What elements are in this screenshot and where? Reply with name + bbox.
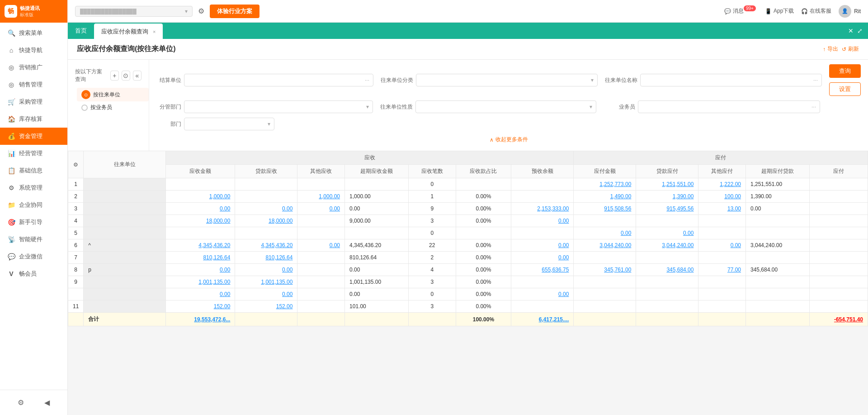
footer-empty3 <box>297 313 345 326</box>
settings-footer-icon[interactable]: ⚙ <box>18 398 24 407</box>
member-icon: V <box>7 270 15 277</box>
row-name <box>84 191 166 203</box>
sidebar-item-purchase[interactable]: 🛒 采购管理 <box>0 93 67 110</box>
sidebar-menu: 🔍 搜索菜单 ⌂ 快捷导航 ◎ 营销推广 ◎ 销售管理 🛒 采购管理 🏠 库存核… <box>0 23 67 390</box>
settlement-dots-icon: ··· <box>365 77 369 83</box>
salesman-input[interactable]: ··· <box>638 100 820 113</box>
sidebar-item-enterprise[interactable]: 📁 企业协同 <box>0 196 67 214</box>
sidebar-item-finance[interactable]: 💰 资金管理 <box>0 128 67 145</box>
dept-label: 分管部门 <box>156 103 181 111</box>
data-table-wrapper: ⚙ 往来单位 应收 应付 应收金额 贷款应收 其他应收 超期应收金额 应收笔数 … <box>68 151 868 326</box>
sidebar-footer: ⚙ ◀ <box>0 390 67 415</box>
filter-group-subdept: 部门 ▾ <box>156 118 274 130</box>
user-area[interactable]: 👤 Rit <box>839 5 861 18</box>
page-title: 应收应付余额查询(按往来单位) <box>77 44 176 54</box>
tabs-controls: ✕ ⤢ <box>848 27 868 34</box>
filter-container: 按以下方案查询 + ⊙ « ⊙ 按往来单位 按业务员 <box>68 60 868 151</box>
wechat-icon: 💬 <box>7 253 15 260</box>
sidebar-item-guide[interactable]: 🎯 新手引导 <box>0 214 67 231</box>
th-prepay: 预收余额 <box>511 165 574 178</box>
filter-group-name: 往来单位名称 ··· <box>605 74 822 86</box>
promo-button[interactable]: 体验行业方案 <box>210 5 259 18</box>
tab-active[interactable]: 应收应付余额查询 × <box>94 24 163 40</box>
th-ap-end: 应付 <box>809 165 868 178</box>
avatar: 👤 <box>839 5 851 18</box>
row-number: 9 <box>68 276 84 288</box>
name-input[interactable]: ··· <box>640 74 822 86</box>
url-bar[interactable]: ████████████████ ▾ <box>75 6 193 17</box>
sidebar-item-sales[interactable]: ◎ 销售管理 <box>0 76 67 93</box>
sidebar: 畅 畅捷通讯 标准版 🔍 搜索菜单 ⌂ 快捷导航 ◎ 营销推广 ◎ 销售管理 🛒… <box>0 0 68 415</box>
th-unit: 往来单位 <box>84 151 166 178</box>
footer-ar-total[interactable]: 19,553,472,6... <box>166 313 235 326</box>
filter-settings-button[interactable]: ⊙ <box>122 71 130 81</box>
guide-icon: 🎯 <box>7 219 15 226</box>
tab-close-window-icon[interactable]: ✕ <box>848 27 854 34</box>
tab-close-icon[interactable]: × <box>153 29 156 34</box>
filter-group-category: 往来单位分类 ▾ <box>381 74 598 86</box>
table-row: 6^4,345,436.204,345,436.200.004,345,436.… <box>68 239 868 252</box>
category-input[interactable]: ▾ <box>416 74 598 86</box>
sidebar-item-marketing[interactable]: ◎ 营销推广 <box>0 59 67 76</box>
collapse-button[interactable]: ∧ 收起更多条件 <box>490 136 528 143</box>
footer-ap-total[interactable]: -654,751.40 <box>809 313 868 326</box>
url-dropdown-icon[interactable]: ▾ <box>185 8 188 14</box>
settlement-input[interactable]: ··· <box>184 74 373 86</box>
tab-home[interactable]: 首页 <box>68 23 94 39</box>
salesman-dots-icon: ··· <box>811 104 816 110</box>
sidebar-item-basic[interactable]: 📋 基础信息 <box>0 162 67 179</box>
th-settings[interactable]: ⚙ <box>68 151 84 178</box>
app-download-item[interactable]: 📱 App下载 <box>765 7 794 15</box>
th-group-ap: 应付 <box>574 151 868 165</box>
collapse-up-icon: ∧ <box>490 137 494 143</box>
export-button[interactable]: ↑ 导出 <box>823 45 838 53</box>
filter-prev-button[interactable]: « <box>133 71 142 81</box>
online-service-item[interactable]: 🎧 在线客服 <box>801 7 831 15</box>
collapse-sidebar-icon[interactable]: ◀ <box>44 398 50 407</box>
sidebar-logo: 畅 畅捷通讯 标准版 <box>0 0 67 23</box>
sidebar-item-quicknav[interactable]: ⌂ 快捷导航 <box>0 42 67 59</box>
name-label: 往来单位名称 <box>605 76 637 84</box>
footer-prepay[interactable]: 6,417,215.... <box>511 313 574 326</box>
filter-group-nature: 往来单位性质 ▾ <box>380 100 597 113</box>
th-group-ar: 应收 <box>166 151 574 165</box>
nature-input[interactable]: ▾ <box>415 100 597 113</box>
message-badge: 99+ <box>744 5 756 11</box>
scheme-item-unit[interactable]: ⊙ 按往来单位 <box>77 88 149 101</box>
search-icon: 🔍 <box>7 29 15 37</box>
sidebar-item-system[interactable]: ⚙ 系统管理 <box>0 179 67 196</box>
filter-add-button[interactable]: + <box>110 71 119 81</box>
nature-arrow-icon: ▾ <box>590 104 592 110</box>
th-ar-amount: 应收金额 <box>166 165 235 178</box>
th-ap-amount: 应付金额 <box>574 165 636 178</box>
sidebar-item-hardware[interactable]: 📡 智能硬件 <box>0 231 67 248</box>
collapse-area: ∧ 收起更多条件 <box>156 133 861 146</box>
logo-icon: 畅 <box>5 5 17 18</box>
sidebar-item-inventory[interactable]: 🏠 库存核算 <box>0 110 67 128</box>
settings-gear-icon[interactable]: ⚙ <box>198 7 204 15</box>
dept-input[interactable]: ▾ <box>184 100 373 113</box>
query-buttons: 查询 设置 <box>829 64 861 96</box>
page-actions: ↑ 导出 ↺ 刷新 <box>823 45 859 53</box>
sidebar-item-search[interactable]: 🔍 搜索菜单 <box>0 24 67 42</box>
subdept-input[interactable]: ▾ <box>184 118 274 130</box>
table-row: 0.000.000.0000.00%0.00 <box>68 288 868 301</box>
refresh-button[interactable]: ↺ 刷新 <box>842 45 859 53</box>
sidebar-item-member[interactable]: V 畅会员 <box>0 265 67 282</box>
row-number: 6 <box>68 239 84 252</box>
sidebar-item-management[interactable]: 📊 经营管理 <box>0 145 67 162</box>
th-ar-ratio: 应收款占比 <box>456 165 511 178</box>
settings-button[interactable]: 设置 <box>829 82 861 96</box>
table-settings-icon[interactable]: ⚙ <box>73 162 78 168</box>
table-row: 9 1,001,135.001,001,135.001,001,135.0030… <box>68 276 868 288</box>
row-number: 1 <box>68 178 84 191</box>
home-icon: ⌂ <box>7 47 15 54</box>
url-text: ████████████████ <box>80 9 137 14</box>
user-name: Rit <box>854 8 861 14</box>
scheme-item-sales[interactable]: 按业务员 <box>77 101 149 114</box>
tab-maximize-icon[interactable]: ⤢ <box>857 27 863 34</box>
query-button[interactable]: 查询 <box>829 64 861 78</box>
row-name <box>84 178 166 191</box>
sidebar-item-wechat[interactable]: 💬 企业微信 <box>0 248 67 265</box>
message-item[interactable]: 💬 消息 99+ <box>724 7 758 15</box>
